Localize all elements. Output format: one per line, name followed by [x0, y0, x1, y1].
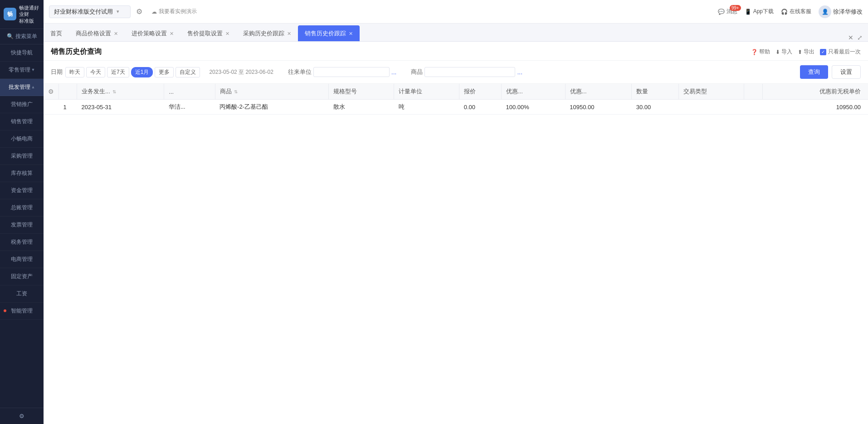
- cell-product: 丙烯酸-2-乙基己酯: [215, 100, 328, 115]
- app-download-label: App下载: [753, 8, 774, 15]
- close-icon[interactable]: ✕: [225, 31, 229, 36]
- sidebar-item-smart[interactable]: 智能管理: [0, 303, 44, 320]
- date-yesterday-btn[interactable]: 昨天: [65, 67, 84, 77]
- tab-bar: 首页 商品价格设置 ✕ 进价策略设置 ✕ 售价提取设置 ✕ 采购历史价跟踪 ✕ …: [44, 24, 868, 42]
- tab-purchase-strategy[interactable]: 进价策略设置 ✕: [125, 25, 180, 41]
- query-button[interactable]: 查询: [800, 65, 828, 79]
- supplier-search-btn[interactable]: ...: [391, 68, 397, 76]
- sidebar-item-fixed-assets-label: 固定资产: [11, 273, 33, 280]
- tab-home[interactable]: 首页: [44, 25, 69, 41]
- table-settings-icon[interactable]: ⚙: [48, 88, 54, 95]
- phone-icon: 📱: [745, 9, 751, 15]
- col-extra[interactable]: ...: [164, 84, 215, 100]
- sidebar-item-payroll-label: 工资: [16, 290, 27, 298]
- cell-qty: 30.00: [632, 100, 679, 115]
- close-icon[interactable]: ✕: [114, 31, 118, 36]
- date-range-text: 2023-05-02 至 2023-06-02: [209, 68, 273, 76]
- sidebar-item-wholesale-label: 批发管理: [9, 83, 30, 91]
- date-last7-btn[interactable]: 近7天: [107, 67, 129, 77]
- supplier-input[interactable]: [313, 67, 390, 77]
- sidebar-item-quick-nav[interactable]: 快捷导航: [0, 44, 44, 62]
- sidebar-item-inventory[interactable]: 库存核算: [0, 165, 44, 182]
- sidebar-item-tax[interactable]: 税务管理: [0, 234, 44, 251]
- data-table: ⚙ 业务发生... ⇅ ... 商品 ⇅: [44, 84, 868, 115]
- sidebar-item-invoice-label: 发票管理: [11, 221, 33, 229]
- demo-label: 我要看实例演示: [159, 8, 197, 15]
- sidebar-item-sales[interactable]: 销售管理: [0, 113, 44, 130]
- product-filter-group: 商品 ...: [411, 67, 522, 77]
- import-button[interactable]: ⬇ 导入: [775, 48, 792, 56]
- topbar: 好业财标准版交付试用 ▾ ⚙ ☁ 我要看实例演示 💬 消息 99+ 📱 App下…: [44, 0, 868, 24]
- window-expand-button[interactable]: ⤢: [857, 34, 863, 41]
- user-menu[interactable]: 👤 徐泽华修改: [819, 5, 863, 18]
- tab-product-price[interactable]: 商品价格设置 ✕: [69, 25, 125, 41]
- cell-extra: 华洁...: [164, 100, 215, 115]
- close-icon[interactable]: ✕: [170, 31, 174, 36]
- gear-icon: ⚙: [19, 413, 24, 419]
- topbar-settings-icon[interactable]: ⚙: [134, 5, 144, 18]
- col-product[interactable]: 商品 ⇅: [215, 84, 328, 100]
- date-custom-btn[interactable]: 自定义: [176, 67, 200, 77]
- filter-area: 日期 昨天 今天 近7天 近1月 更多 自定义 2023-05-02 至 202…: [44, 61, 868, 84]
- close-icon[interactable]: ✕: [349, 31, 353, 36]
- sidebar-item-marketing[interactable]: 营销推广: [0, 96, 44, 113]
- date-last1m-btn[interactable]: 近1月: [131, 67, 153, 77]
- last-only-checkbox[interactable]: ✓ 只看最后一次: [820, 48, 861, 56]
- sidebar-item-fixed-assets[interactable]: 固定资产: [0, 268, 44, 285]
- col-trade-type: 交易类型: [678, 84, 744, 100]
- cell-pretax-price: 10950.00: [763, 100, 868, 115]
- col-settings: ⚙: [44, 84, 59, 100]
- app-download-button[interactable]: 📱 App下载: [745, 8, 774, 15]
- module-selector[interactable]: 好业财标准版交付试用 ▾: [49, 5, 131, 18]
- sidebar-search-menu[interactable]: 🔍 搜索菜单: [0, 29, 44, 44]
- tab-sale-price[interactable]: 售价提取设置 ✕: [180, 25, 236, 41]
- module-name: 好业财标准版交付试用: [54, 8, 113, 16]
- cell-business-date: 2023-05-31: [77, 100, 164, 115]
- sidebar-search-label: 搜索菜单: [15, 33, 37, 40]
- sidebar-item-ecommerce[interactable]: 电商管理: [0, 251, 44, 268]
- cell-discount-amt: 10950.00: [565, 100, 632, 115]
- help-button[interactable]: ❓ 帮助: [751, 48, 770, 56]
- sidebar-item-invoice[interactable]: 发票管理: [0, 217, 44, 234]
- checkbox-checked-icon: ✓: [820, 49, 826, 55]
- headset-icon: 🎧: [781, 9, 788, 15]
- table-row[interactable]: 1 2023-05-31 华洁... 丙烯酸-2-乙基己酯 散水 吨 0.00 …: [44, 100, 868, 115]
- tab-purchase-history[interactable]: 采购历史价跟踪 ✕: [236, 25, 298, 41]
- demo-btn[interactable]: ☁ 我要看实例演示: [151, 8, 197, 15]
- sidebar-item-wholesale[interactable]: 批发管理 ▲: [0, 79, 44, 96]
- col-business-date[interactable]: 业务发生... ⇅: [77, 84, 164, 100]
- date-today-btn[interactable]: 今天: [86, 67, 105, 77]
- sidebar-settings-button[interactable]: ⚙: [0, 408, 44, 424]
- date-label: 日期: [51, 68, 63, 76]
- app-logo-icon: 畅: [4, 8, 16, 20]
- message-button[interactable]: 💬 消息 99+: [718, 8, 737, 15]
- export-button[interactable]: ⬆ 导出: [798, 48, 814, 56]
- sidebar-item-purchase-label: 采购管理: [11, 152, 33, 160]
- product-label: 商品: [411, 68, 423, 76]
- date-more-btn[interactable]: 更多: [155, 67, 174, 77]
- sidebar-item-ecommerce-small[interactable]: 小畅电商: [0, 130, 44, 148]
- sidebar-item-retail-label: 零售管理: [9, 66, 30, 74]
- sidebar-logo: 畅 畅捷通好业财 标准版: [0, 0, 44, 29]
- product-search-btn[interactable]: ...: [517, 68, 522, 76]
- col-pretax-price: 优惠前无税单价: [763, 84, 868, 100]
- sidebar-item-general-ledger[interactable]: 总账管理: [0, 199, 44, 217]
- expand-icon-retail: ▼: [31, 67, 35, 72]
- tab-purchase-history-label: 采购历史价跟踪: [243, 29, 284, 38]
- help-icon: ❓: [751, 49, 758, 55]
- sidebar: 畅 畅捷通好业财 标准版 🔍 搜索菜单 快捷导航 零售管理 ▼ 批发管理 ▲ 营…: [0, 0, 44, 424]
- sidebar-item-payroll[interactable]: 工资: [0, 285, 44, 303]
- col-price: 报价: [459, 84, 502, 100]
- sidebar-item-retail[interactable]: 零售管理 ▼: [0, 62, 44, 79]
- window-close-button[interactable]: ✕: [848, 34, 853, 41]
- close-icon[interactable]: ✕: [287, 31, 291, 36]
- product-input[interactable]: [424, 67, 515, 77]
- sidebar-item-finance[interactable]: 资金管理: [0, 182, 44, 199]
- app-logo-text: 畅捷通好业财 标准版: [19, 5, 40, 24]
- sidebar-item-purchase[interactable]: 采购管理: [0, 148, 44, 165]
- tab-sales-history[interactable]: 销售历史价跟踪 ✕: [298, 25, 360, 41]
- page-content: 销售历史价查询 ❓ 帮助 ⬇ 导入 ⬆ 导出 ✓ 只看最后一次: [44, 42, 868, 424]
- sidebar-item-finance-label: 资金管理: [11, 187, 33, 194]
- setting-button[interactable]: 设置: [832, 65, 861, 79]
- online-service-button[interactable]: 🎧 在线客服: [781, 8, 811, 15]
